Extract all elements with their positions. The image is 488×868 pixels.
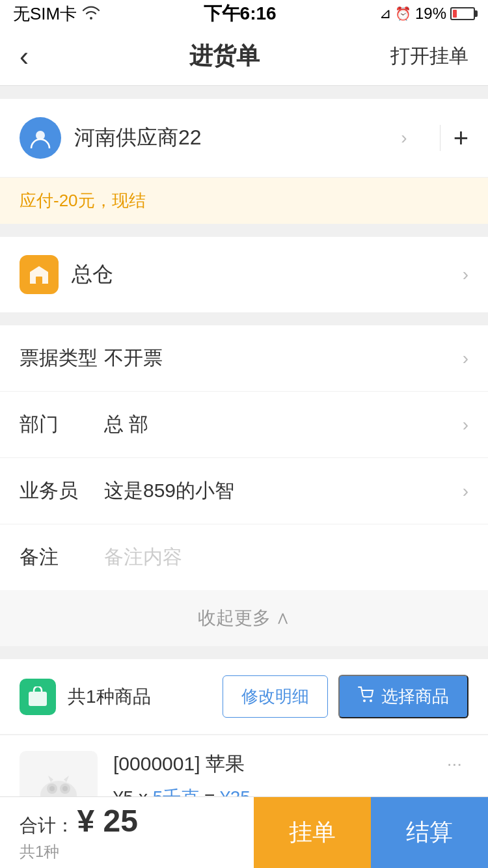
svg-rect-1 xyxy=(36,277,42,284)
salesperson-chevron: › xyxy=(463,481,468,502)
status-time: 下午6:16 xyxy=(204,1,277,26)
status-indicators: ⊿ ⏰ 19% xyxy=(379,5,475,23)
salesperson-row[interactable]: 业务员 这是859的小智 › xyxy=(0,458,488,524)
section-gap-2 xyxy=(0,224,488,237)
salesperson-label: 业务员 xyxy=(20,478,104,504)
supplier-name: 河南供应商22 xyxy=(74,124,401,152)
invoice-chevron: › xyxy=(463,348,468,369)
battery-icon xyxy=(450,7,475,20)
carrier-text: 无SIM卡 xyxy=(13,3,77,25)
location-icon: ⊿ xyxy=(379,5,391,22)
nav-bar: ‹ 进货单 打开挂单 xyxy=(0,27,488,86)
select-product-button[interactable]: 选择商品 xyxy=(338,675,468,718)
wifi-icon xyxy=(82,4,100,24)
dept-label: 部门 xyxy=(20,411,104,438)
dept-chevron: › xyxy=(463,414,468,435)
hang-order-button[interactable]: 挂单 xyxy=(254,797,371,869)
status-bar: 无SIM卡 下午6:16 ⊿ ⏰ 19% xyxy=(0,0,488,27)
footer: 合计： ¥ 25 共1种 挂单 结算 xyxy=(0,796,488,868)
warehouse-section: 总仓 › xyxy=(0,237,488,312)
remark-input[interactable]: 备注内容 xyxy=(104,544,468,571)
product-more-button[interactable]: ··· xyxy=(441,751,468,777)
footer-total: 合计： ¥ 25 共1种 xyxy=(0,803,254,862)
invoice-label: 票据类型 xyxy=(20,345,104,372)
footer-total-row: 合计： ¥ 25 xyxy=(20,803,234,839)
supplier-chevron: › xyxy=(401,128,407,148)
supplier-row[interactable]: 河南供应商22 › + xyxy=(0,99,488,178)
invoice-row[interactable]: 票据类型 不开票 › xyxy=(0,325,488,392)
divider-v xyxy=(440,125,441,151)
form-section: 票据类型 不开票 › 部门 总 部 › 业务员 这是859的小智 › 备注 备注… xyxy=(0,325,488,590)
footer-count: 共1种 xyxy=(20,841,234,862)
svg-rect-2 xyxy=(29,692,47,706)
svg-point-8 xyxy=(49,786,55,791)
svg-point-9 xyxy=(62,786,68,791)
status-carrier: 无SIM卡 xyxy=(13,3,100,25)
remark-row[interactable]: 备注 备注内容 xyxy=(0,524,488,590)
product-title: 苹果 xyxy=(206,753,245,774)
collapse-row[interactable]: 收起更多 ∧ xyxy=(0,590,488,646)
back-button[interactable]: ‹ xyxy=(20,41,59,72)
alarm-icon: ⏰ xyxy=(395,6,411,21)
supplier-info-banner: 应付-20元，现结 xyxy=(0,178,488,224)
supplier-section: 河南供应商22 › + 应付-20元，现结 xyxy=(0,99,488,224)
section-gap-1 xyxy=(0,86,488,99)
svg-point-4 xyxy=(370,699,372,702)
select-product-label: 选择商品 xyxy=(381,685,449,708)
dept-row[interactable]: 部门 总 部 › xyxy=(0,392,488,458)
warehouse-icon xyxy=(20,255,59,294)
section-gap-3 xyxy=(0,312,488,325)
product-name: [0000001] 苹果 xyxy=(113,751,441,778)
dept-value: 总 部 xyxy=(104,411,463,438)
product-header: 共1种商品 修改明细 选择商品 xyxy=(0,659,488,735)
total-amount: ¥ 25 xyxy=(77,804,137,838)
warehouse-row[interactable]: 总仓 › xyxy=(0,237,488,312)
warehouse-chevron: › xyxy=(463,264,468,285)
product-count: 共1种商品 xyxy=(68,685,223,709)
collapse-label: 收起更多 ∧ xyxy=(198,606,291,631)
page-title: 进货单 xyxy=(189,40,260,72)
open-hang-button[interactable]: 打开挂单 xyxy=(390,43,468,70)
battery-percent: 19% xyxy=(415,5,446,23)
modify-detail-button[interactable]: 修改明细 xyxy=(223,675,328,718)
warehouse-name: 总仓 xyxy=(72,260,463,289)
salesperson-value: 这是859的小智 xyxy=(104,478,463,504)
cart-icon xyxy=(358,686,376,707)
remark-label: 备注 xyxy=(20,544,104,571)
invoice-value: 不开票 xyxy=(104,345,463,372)
product-section-icon xyxy=(20,679,56,715)
add-supplier-button[interactable]: + xyxy=(454,124,468,153)
svg-point-3 xyxy=(363,699,366,702)
supplier-avatar xyxy=(20,117,61,159)
product-id: [0000001] xyxy=(113,753,206,774)
settle-button[interactable]: 结算 xyxy=(371,797,488,869)
section-gap-4 xyxy=(0,646,488,659)
total-label: 合计： xyxy=(20,815,74,835)
